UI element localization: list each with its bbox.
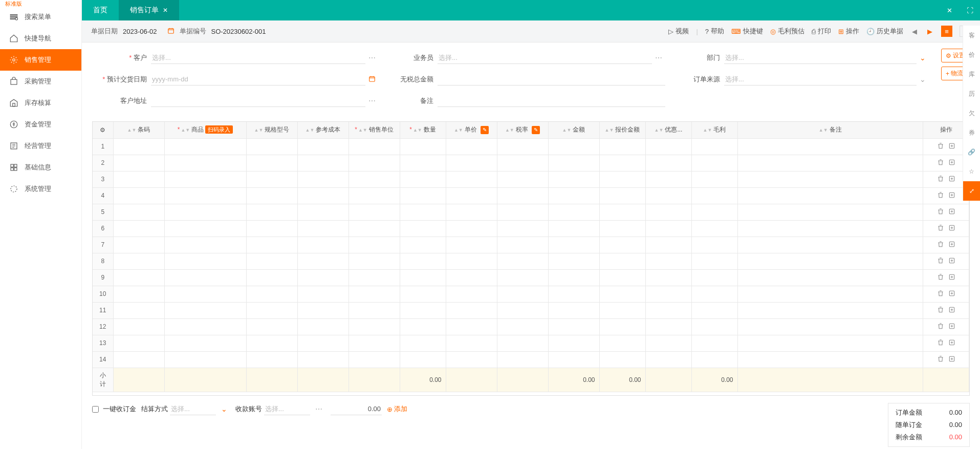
delete-icon[interactable] — [937, 191, 944, 200]
add-button[interactable]: ⊕添加 — [387, 404, 407, 414]
customer-input[interactable] — [151, 52, 365, 64]
delivery-date-input[interactable] — [151, 73, 365, 85]
gear-column[interactable]: ⚙ — [93, 122, 113, 138]
delete-icon[interactable] — [937, 159, 944, 167]
table-row[interactable]: 8 — [93, 253, 969, 269]
tab-sales-order[interactable]: 销售订单 ✕ — [119, 0, 179, 20]
col-discount[interactable]: ▲▼优惠... — [645, 122, 691, 138]
delete-icon[interactable] — [937, 224, 944, 233]
table-row[interactable]: 11 — [93, 302, 969, 318]
add-row-icon[interactable] — [948, 273, 955, 282]
table-row[interactable]: 10 — [93, 286, 969, 302]
col-unit[interactable]: ▲▼销售单位 — [349, 122, 400, 138]
col-amount[interactable]: ▲▼金额 — [548, 122, 599, 138]
col-spec[interactable]: ▲▼规格型号 — [246, 122, 297, 138]
sidebar-item-business[interactable]: 经营管理 — [0, 135, 81, 157]
rail-history[interactable]: 历 — [963, 84, 980, 103]
col-barcode[interactable]: ▲▼条码 — [113, 122, 164, 138]
help-link[interactable]: ?帮助 — [705, 27, 724, 36]
col-product[interactable]: ▲▼商品扫码录入 — [164, 122, 246, 138]
add-row-icon[interactable] — [948, 290, 955, 298]
shortcut-link[interactable]: ⌨快捷键 — [731, 27, 763, 36]
table-row[interactable]: 4 — [93, 187, 969, 204]
calendar-icon[interactable] — [365, 75, 379, 84]
tab-close-button[interactable]: ✕ — [939, 7, 960, 14]
salesman-more-icon[interactable]: ⋯ — [652, 54, 665, 62]
settle-method-input[interactable] — [170, 403, 216, 415]
rail-customer[interactable]: 客 — [963, 26, 980, 45]
account-more-icon[interactable]: ⋯ — [312, 405, 325, 413]
add-row-icon[interactable] — [948, 306, 955, 315]
sidebar-item-system[interactable]: 系统管理 — [0, 178, 81, 200]
salesman-input[interactable] — [438, 52, 652, 64]
rail-owe[interactable]: 欠 — [963, 103, 980, 123]
table-row[interactable]: 5 — [93, 204, 969, 220]
sidebar-item-home[interactable]: 快捷导航 — [0, 28, 81, 49]
delete-icon[interactable] — [937, 306, 944, 315]
operate-link[interactable]: ⊞操作 — [838, 27, 859, 36]
delete-icon[interactable] — [937, 290, 944, 298]
date-value[interactable]: 2023-06-02 — [123, 28, 157, 35]
table-row[interactable]: 6 — [93, 220, 969, 237]
add-row-icon[interactable] — [948, 175, 955, 184]
delete-icon[interactable] — [937, 241, 944, 249]
rail-star-icon[interactable]: ☆ — [963, 162, 980, 181]
add-row-icon[interactable] — [948, 355, 955, 364]
delete-icon[interactable] — [937, 208, 944, 217]
delete-icon[interactable] — [937, 355, 944, 364]
delete-icon[interactable] — [937, 339, 944, 348]
print-link[interactable]: ⎙打印 — [812, 27, 831, 36]
oneclick-deposit[interactable]: 一键收订金 — [92, 404, 136, 414]
chevron-down-icon[interactable]: ⌄ — [917, 75, 929, 83]
delete-icon[interactable] — [937, 273, 944, 282]
sidebar-item-base[interactable]: 基础信息 — [0, 157, 81, 178]
table-row[interactable]: 9 — [93, 269, 969, 286]
table-row[interactable]: 2 — [93, 155, 969, 171]
col-qty[interactable]: ▲▼数量 — [400, 122, 446, 138]
notax-amount-input[interactable] — [438, 73, 665, 85]
prev-icon[interactable]: ◀ — [910, 28, 919, 35]
gear-icon[interactable]: ⚙ — [100, 126, 105, 134]
calendar-icon[interactable] — [167, 27, 175, 36]
tab-expand-button[interactable]: ⛶ — [960, 7, 980, 14]
order-source-input[interactable] — [724, 73, 917, 85]
profit-link[interactable]: ◎毛利预估 — [770, 27, 804, 36]
footer-amount-input[interactable] — [331, 403, 382, 415]
rail-stock[interactable]: 库 — [963, 65, 980, 84]
table-row[interactable]: 14 — [93, 351, 969, 368]
edit-icon[interactable]: ✎ — [481, 126, 489, 134]
add-row-icon[interactable] — [948, 257, 955, 266]
sidebar-item-purchase[interactable]: 采购管理 — [0, 71, 81, 92]
customer-more-icon[interactable]: ⋯ — [365, 54, 379, 62]
chevron-down-icon[interactable]: ⌄ — [917, 54, 929, 62]
table-row[interactable]: 3 — [93, 171, 969, 187]
table-row[interactable]: 7 — [93, 237, 969, 253]
oneclick-checkbox[interactable] — [92, 406, 99, 413]
sidebar-item-warehouse[interactable]: 库存核算 — [0, 92, 81, 114]
sidebar-item-sales[interactable]: 销售管理 — [0, 49, 81, 71]
table-row[interactable]: 1 — [93, 138, 969, 155]
address-input[interactable] — [151, 95, 365, 107]
rail-price[interactable]: 价 — [963, 45, 980, 65]
next-icon[interactable]: ▶ — [926, 28, 934, 35]
address-more-icon[interactable]: ⋯ — [365, 97, 379, 105]
edit-icon[interactable]: ✎ — [532, 126, 540, 134]
col-refcost[interactable]: ▲▼参考成本 — [297, 122, 349, 138]
sidebar-item-search[interactable]: 搜索菜单 — [0, 6, 81, 28]
rail-link-icon[interactable]: 🔗 — [963, 142, 980, 162]
delete-icon[interactable] — [937, 175, 944, 184]
department-input[interactable] — [724, 52, 917, 64]
delete-icon[interactable] — [937, 257, 944, 266]
rail-expand-icon[interactable]: ⤢ — [963, 181, 980, 201]
tab-home[interactable]: 首页 — [82, 0, 119, 20]
close-icon[interactable]: ✕ — [163, 7, 168, 14]
col-price[interactable]: ▲▼单价 ✎ — [446, 122, 497, 138]
add-row-icon[interactable] — [948, 159, 955, 167]
delete-icon[interactable] — [937, 142, 944, 151]
view-list-button[interactable]: ≡ — [941, 26, 952, 37]
col-remark[interactable]: ▲▼备注 — [737, 122, 923, 138]
add-row-icon[interactable] — [948, 142, 955, 151]
table-row[interactable]: 12 — [93, 318, 969, 335]
add-row-icon[interactable] — [948, 224, 955, 233]
add-row-icon[interactable] — [948, 241, 955, 249]
